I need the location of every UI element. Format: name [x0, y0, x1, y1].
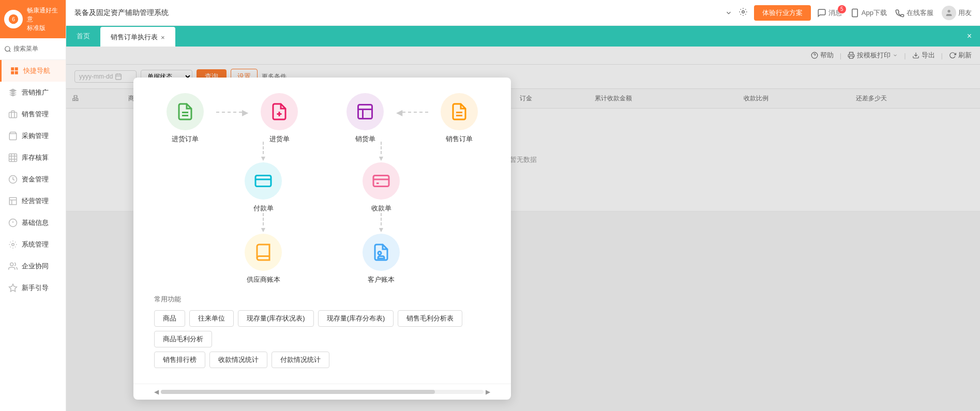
- app-download-action[interactable]: App下载: [850, 8, 887, 18]
- scrollbar-thumb: [161, 390, 435, 394]
- popup-box: 进货订单 ▶: [133, 78, 511, 400]
- customer-ledger-icon: [363, 234, 400, 271]
- svg-rect-4: [9, 113, 17, 118]
- popup-content: 进货订单 ▶: [133, 78, 511, 384]
- common-section-title: 常用功能: [154, 295, 490, 304]
- svg-rect-31: [358, 105, 372, 119]
- sidebar-item-sales[interactable]: 销售管理: [0, 103, 66, 125]
- topbar-actions: 消息 5 App下载 在线客服 用友: [817, 6, 972, 20]
- popup-overlay[interactable]: 进货订单 ▶: [66, 47, 980, 411]
- tab-close-icon[interactable]: ×: [161, 34, 165, 41]
- tab-home[interactable]: 首页: [66, 26, 100, 47]
- svg-text:6: 6: [12, 16, 15, 22]
- topbar: 装备及固定资产辅助管理系统 体验行业方案 消息 5 App下载: [66, 0, 980, 26]
- message-action[interactable]: 消息 5: [817, 8, 842, 18]
- common-btn-6[interactable]: 销售排行榜: [154, 352, 205, 368]
- svg-point-16: [947, 10, 950, 12]
- popup-scrollbar: ◀ ▶: [133, 384, 511, 400]
- svg-point-11: [12, 243, 14, 246]
- sidebar-item-basic-info[interactable]: 基础信息: [0, 212, 66, 234]
- scroll-right[interactable]: ▶: [486, 388, 490, 395]
- close-all-tabs[interactable]: ×: [959, 32, 980, 41]
- svg-point-37: [378, 252, 381, 255]
- sidebar-item-marketing[interactable]: 营销推广: [0, 82, 66, 103]
- sidebar-item-system[interactable]: 系统管理: [0, 234, 66, 255]
- sales-icon: [346, 93, 384, 130]
- svg-point-2: [5, 47, 10, 51]
- common-btn-5[interactable]: 商品毛利分析: [154, 331, 212, 347]
- svg-rect-14: [852, 9, 858, 17]
- flow-node-receipt[interactable]: 收款单: [350, 162, 412, 213]
- sidebar-logo: 6 畅康通好生意 标准版: [0, 0, 66, 38]
- sidebar-nav: 快捷导航 营销推广 销售管理 采购管理 库存核算 资金管理: [0, 60, 66, 411]
- sidebar-item-enterprise[interactable]: 企业协同: [0, 255, 66, 277]
- common-btn-1[interactable]: 往来单位: [189, 310, 234, 327]
- scrollbar-track[interactable]: [161, 390, 484, 394]
- sidebar-item-finance[interactable]: 资金管理: [0, 169, 66, 190]
- sales-order-icon: [441, 93, 478, 130]
- flow-node-supplier-ledger[interactable]: 供应商账本: [232, 234, 294, 284]
- user-action[interactable]: 用友: [942, 6, 972, 20]
- tab-sales-order[interactable]: 销售订单执行表 ×: [100, 27, 175, 48]
- common-btn-4[interactable]: 销售毛利分析表: [398, 310, 462, 327]
- content-area: 帮助 | 按模板打印 | 导出 | 刷新: [66, 47, 980, 411]
- flow-node-purchase[interactable]: 进货单: [248, 93, 310, 144]
- online-service-action[interactable]: 在线客服: [895, 8, 933, 18]
- purchase-order-icon: [167, 93, 204, 130]
- common-btn-0[interactable]: 商品: [154, 310, 185, 327]
- tabbar: 首页 销售订单执行表 × ×: [66, 26, 980, 47]
- flow-node-customer-ledger[interactable]: 客户账本: [350, 234, 412, 284]
- supplier-ledger-icon: [245, 234, 282, 271]
- common-btn-3[interactable]: 现存量(库存分布表): [318, 310, 394, 327]
- sidebar-item-inventory[interactable]: 库存核算: [0, 147, 66, 169]
- sidebar-search[interactable]: 搜索菜单: [0, 38, 66, 60]
- search-menu-button[interactable]: 搜索菜单: [4, 42, 62, 55]
- svg-rect-6: [9, 154, 17, 162]
- trial-button[interactable]: 体验行业方案: [754, 5, 811, 21]
- system-title: 装备及固定资产辅助管理系统: [74, 8, 719, 18]
- svg-point-13: [742, 11, 745, 13]
- user-avatar: [942, 6, 956, 20]
- common-btn-8[interactable]: 付款情况统计: [272, 352, 329, 368]
- common-btns: 商品 往来单位 现存量(库存状况表) 现存量(库存分布表) 销售毛利分析表 商品…: [154, 310, 490, 347]
- svg-rect-34: [373, 176, 389, 187]
- system-dropdown[interactable]: [725, 9, 732, 17]
- purchase-icon: [261, 93, 298, 130]
- common-btns-row2: 销售排行榜 收款情况统计 付款情况统计: [154, 352, 490, 368]
- flow-node-payment[interactable]: 付款单: [232, 162, 294, 213]
- common-section: 常用功能 商品 往来单位 现存量(库存状况表) 现存量(库存分布表) 销售毛利分…: [154, 295, 490, 368]
- sidebar-item-operations[interactable]: 经营管理: [0, 190, 66, 212]
- common-btn-2[interactable]: 现存量(库存状况表): [238, 310, 314, 327]
- settings-icon[interactable]: [738, 7, 748, 18]
- sidebar-item-purchase[interactable]: 采购管理: [0, 125, 66, 147]
- flow-node-purchase-order[interactable]: 进货订单: [154, 93, 216, 144]
- logo-text: 畅康通好生意 标准版: [27, 6, 62, 32]
- sidebar-item-quick-nav[interactable]: 快捷导航: [0, 60, 66, 82]
- svg-point-12: [10, 263, 13, 266]
- sidebar-item-newbie[interactable]: 新手引导: [0, 277, 66, 299]
- main-area: 装备及固定资产辅助管理系统 体验行业方案 消息 5 App下载: [66, 0, 980, 411]
- flow-node-sales[interactable]: 销货单: [334, 93, 396, 144]
- payment-icon: [245, 162, 282, 200]
- scroll-left[interactable]: ◀: [154, 388, 159, 395]
- svg-rect-29: [255, 176, 271, 187]
- sidebar: 6 畅康通好生意 标准版 搜索菜单 快捷导航 营销推广: [0, 0, 66, 411]
- receipt-icon: [363, 162, 400, 200]
- svg-line-3: [9, 51, 11, 52]
- common-btn-7[interactable]: 收款情况统计: [209, 352, 267, 368]
- flow-node-sales-order[interactable]: 销售订单: [428, 93, 490, 144]
- logo-icon: 6: [4, 10, 23, 28]
